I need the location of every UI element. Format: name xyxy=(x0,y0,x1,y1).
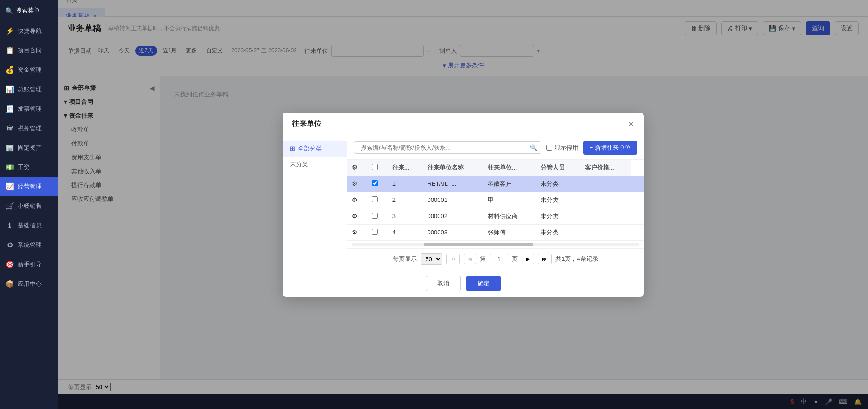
dialog-sidebar-all[interactable]: ⊞全部分类 xyxy=(283,141,347,157)
sidebar-item-xiaochang-sales[interactable]: 🛒小畅销售 xyxy=(0,196,58,216)
sidebar-search-label: 搜索菜单 xyxy=(16,6,40,15)
sidebar-label-tax-mgmt: 税务管理 xyxy=(18,124,42,132)
row-name: 张师傅 xyxy=(483,224,535,240)
sys-mgmt-icon: ⚙ xyxy=(6,241,14,249)
dialog-footer: 取消 确定 xyxy=(283,270,644,297)
sidebar-item-sys-mgmt[interactable]: ⚙系统管理 xyxy=(0,235,58,255)
page-suffix: 页 xyxy=(512,255,518,263)
table-row[interactable]: ⚙ 2 000001 甲 未分类 xyxy=(347,192,644,208)
dialog-title: 往来单位 xyxy=(292,119,321,129)
row-name: 材料供应商 xyxy=(483,208,535,224)
dialog-body: ⊞全部分类未分类 🔍 显示停用 xyxy=(283,136,644,270)
main-area: 首页业务草稿✕ 业务草稿 草稿转为正式单据时，不会执行满赠促销优惠 🗑 删除 🖨… xyxy=(58,0,868,409)
cancel-button[interactable]: 取消 xyxy=(426,276,461,291)
row-manager xyxy=(580,224,632,240)
row-manager xyxy=(580,208,632,224)
table-row[interactable]: ⚙ 4 000003 张师傅 未分类 xyxy=(347,224,644,240)
row-no: 2 xyxy=(388,192,423,208)
row-name: 甲 xyxy=(483,192,535,208)
sidebar-item-salary[interactable]: 💵工资 xyxy=(0,157,58,177)
row-price xyxy=(631,208,644,224)
per-page-select[interactable]: 50 xyxy=(421,253,442,265)
row-check[interactable] xyxy=(367,224,388,240)
row-checkbox[interactable] xyxy=(372,229,378,235)
search-box: 🔍 xyxy=(354,141,541,154)
sidebar-item-account-mgmt[interactable]: 📊总账管理 xyxy=(0,80,58,99)
sidebar-item-new-guide[interactable]: 🎯新手引导 xyxy=(0,255,58,274)
sidebar-label-ops-mgmt: 经营管理 xyxy=(18,182,42,191)
ops-mgmt-icon: 📈 xyxy=(6,182,14,191)
horizontal-scrollbar[interactable] xyxy=(352,243,639,246)
sidebar-item-app-center[interactable]: 📦应用中心 xyxy=(0,274,58,294)
sidebar-item-quick-nav[interactable]: ⚡快捷导航 xyxy=(0,21,58,41)
base-info-icon: ℹ xyxy=(6,221,14,230)
row-code: 000002 xyxy=(423,208,484,224)
add-btn-label: + 新增往来单位 xyxy=(590,144,631,152)
dialog-close-button[interactable]: ✕ xyxy=(628,119,635,129)
col-name: 往来单位名称 xyxy=(423,160,484,176)
dialog-main: 🔍 显示停用 + 新增往来单位 xyxy=(347,136,644,270)
row-check[interactable] xyxy=(367,176,388,192)
add-partner-button[interactable]: + 新增往来单位 xyxy=(583,141,637,155)
next-page-btn[interactable]: ▶ xyxy=(522,254,534,264)
page-input[interactable] xyxy=(490,254,508,264)
dialog-sidebar-uncategorized[interactable]: 未分类 xyxy=(283,157,347,172)
search-input[interactable] xyxy=(358,142,530,153)
sidebar-items: ⚡快捷导航📋项目合同💰资金管理📊总账管理🧾发票管理🏛税务管理🏢固定资产💵工资📈经… xyxy=(0,21,58,294)
col-settings: ⚙ xyxy=(347,160,367,176)
new-guide-icon: 🎯 xyxy=(6,260,14,269)
dialog-toolbar: 🔍 显示停用 + 新增往来单位 xyxy=(347,136,644,160)
show-disabled-check[interactable] xyxy=(546,145,552,151)
row-checkbox[interactable] xyxy=(372,180,378,186)
row-check[interactable] xyxy=(367,192,388,208)
sidebar-label-new-guide: 新手引导 xyxy=(18,260,42,269)
row-code: 000003 xyxy=(423,224,484,240)
app-center-icon: 📦 xyxy=(6,280,14,288)
sidebar-item-ops-mgmt[interactable]: 📈经营管理 xyxy=(0,177,58,196)
row-code: RETAIL_... xyxy=(423,176,484,192)
settings-icon: ⚙ xyxy=(352,229,358,236)
fixed-assets-icon: 🏢 xyxy=(6,144,14,152)
row-manager xyxy=(580,176,632,192)
sidebar-label-salary: 工资 xyxy=(18,163,30,171)
row-checkbox[interactable] xyxy=(372,196,378,202)
col-code: 往来... xyxy=(388,160,423,176)
row-no: 3 xyxy=(388,208,423,224)
per-page-label: 每页显示 xyxy=(393,255,417,263)
row-price xyxy=(631,192,644,208)
row-checkbox[interactable] xyxy=(372,213,378,219)
xiaochang-sales-icon: 🛒 xyxy=(6,202,14,210)
sidebar-label-xiaochang-sales: 小畅销售 xyxy=(18,202,42,210)
sidebar-label-sys-mgmt: 系统管理 xyxy=(18,241,42,249)
sidebar-item-tax-mgmt[interactable]: 🏛税务管理 xyxy=(0,119,58,138)
confirm-button[interactable]: 确定 xyxy=(466,276,501,291)
sidebar-item-base-info[interactable]: ℹ基础信息 xyxy=(0,216,58,235)
sidebar: 🔍 搜索菜单 ⚡快捷导航📋项目合同💰资金管理📊总账管理🧾发票管理🏛税务管理🏢固定… xyxy=(0,0,58,409)
settings-icon: ⚙ xyxy=(352,213,358,220)
show-disabled-checkbox[interactable]: 显示停用 xyxy=(546,144,579,152)
sidebar-item-capital-mgmt[interactable]: 💰资金管理 xyxy=(0,60,58,80)
sidebar-item-project-contract[interactable]: 📋项目合同 xyxy=(0,41,58,60)
sidebar-item-fixed-assets[interactable]: 🏢固定资产 xyxy=(0,138,58,157)
prev-page-btn[interactable]: ◀ xyxy=(464,254,476,264)
last-page-btn[interactable]: ⏭ xyxy=(538,254,552,264)
row-check[interactable] xyxy=(367,208,388,224)
table-row[interactable]: ⚙ 3 000002 材料供应商 未分类 xyxy=(347,208,644,224)
select-all-checkbox[interactable] xyxy=(372,164,378,170)
settings-icon: ⚙ xyxy=(352,196,358,203)
row-name: 零散客户 xyxy=(483,176,535,192)
row-no: 4 xyxy=(388,224,423,240)
total-label: 共1页，4条记录 xyxy=(555,255,598,263)
settings-icon: ⚙ xyxy=(352,180,358,187)
sidebar-label-fixed-assets: 固定资产 xyxy=(18,144,42,152)
settings-icon: ⚙ xyxy=(352,164,358,171)
account-mgmt-icon: 📊 xyxy=(6,85,14,94)
sidebar-item-invoice-mgmt[interactable]: 🧾发票管理 xyxy=(0,99,58,119)
row-no: 1 xyxy=(388,176,423,192)
sidebar-search[interactable]: 🔍 搜索菜单 xyxy=(0,0,58,21)
col-manager: 分管人员 xyxy=(536,160,580,176)
dialog-sidebar-label-uncategorized: 未分类 xyxy=(290,160,308,169)
first-page-btn[interactable]: ⏮ xyxy=(446,254,460,264)
row-price xyxy=(631,224,644,240)
table-row[interactable]: ⚙ 1 RETAIL_... 零散客户 未分类 xyxy=(347,176,644,192)
